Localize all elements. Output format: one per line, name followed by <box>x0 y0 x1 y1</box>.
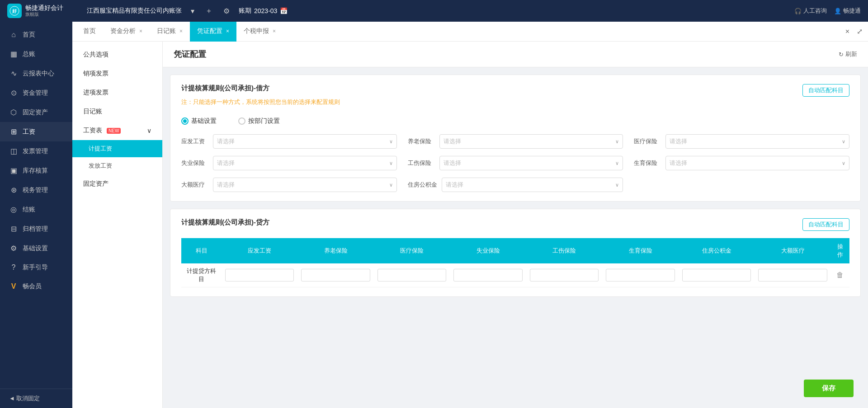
select-shengyu[interactable]: 请选择 ∨ <box>665 156 849 170</box>
input-gongshang[interactable] <box>530 269 599 281</box>
select-shiye[interactable]: 请选择 ∨ <box>213 156 397 170</box>
label-zhufang: 住房公积金 <box>408 181 437 189</box>
logo-area: 好 畅捷通好会计 旗舰版 <box>7 4 80 18</box>
ai-consult-btn[interactable]: 🎧 人工咨询 <box>794 7 827 15</box>
save-button[interactable]: 保存 <box>804 380 854 397</box>
cell-zhufang <box>679 263 755 287</box>
select-yanglao[interactable]: 请选择 ∨ <box>439 134 623 149</box>
sidebar-cancel-fix-btn[interactable]: ◄ 取消固定 <box>0 389 72 408</box>
vip-icon: V <box>9 282 18 291</box>
sidebar-item-tax[interactable]: ⊛ 税务管理 <box>0 180 72 200</box>
tab-home[interactable]: 首页 <box>76 22 103 42</box>
company-dropdown-btn[interactable]: ▾ <box>189 5 196 17</box>
sidebar-item-archive[interactable]: ⊟ 归档管理 <box>0 219 72 239</box>
sidebar-item-guide[interactable]: ? 新手引导 <box>0 258 72 277</box>
section-credit-title: 计提核算规则(公司承担)-贷方 <box>181 218 269 227</box>
sidebar-item-vip[interactable]: V 畅会员 <box>0 277 72 296</box>
archive-icon: ⊟ <box>9 225 18 233</box>
radio-by-dept[interactable]: 按部门设置 <box>238 117 280 125</box>
leftnav-salary-calc[interactable]: 计提工资 <box>72 140 162 157</box>
chevron-down-icon: ∨ <box>615 139 619 145</box>
row-delete-btn[interactable]: 🗑 <box>836 271 844 279</box>
sidebar-item-invoice[interactable]: ◫ 发票管理 <box>0 141 72 161</box>
tab-journal[interactable]: 日记账 × <box>150 22 190 42</box>
refresh-btn[interactable]: ↻ 刷新 <box>839 50 857 58</box>
leftnav-sales[interactable]: 销项发票 <box>72 64 162 83</box>
cell-daeliao <box>755 263 830 287</box>
add-tab-btn[interactable]: ＋ <box>203 5 214 18</box>
select-zhufang[interactable]: 请选择 ∨ <box>442 178 623 192</box>
sidebar-item-salary[interactable]: ⊞ 工资 <box>0 122 72 141</box>
chevron-down-icon: ∨ <box>615 160 619 166</box>
label-yiliao: 医疗保险 <box>634 137 661 145</box>
input-zhufang[interactable] <box>682 269 751 281</box>
select-yiliao[interactable]: 请选择 ∨ <box>665 134 849 149</box>
input-daeliao[interactable] <box>758 269 827 281</box>
sidebar-item-settings[interactable]: ⚙ 基础设置 <box>0 239 72 258</box>
sidebar-item-checkout[interactable]: ◎ 结账 <box>0 200 72 219</box>
svg-text:好: 好 <box>12 9 17 14</box>
leftnav-fixed-assets[interactable]: 固定资产 <box>72 174 162 193</box>
page-title: 凭证配置 <box>174 49 206 60</box>
input-yingfa[interactable] <box>225 269 294 281</box>
form-item-daeliao: 大额医疗 请选择 ∨ <box>181 178 397 192</box>
header-right: 🎧 人工咨询 👤 畅捷通 <box>794 7 861 15</box>
leftnav-purchase[interactable]: 进项发票 <box>72 83 162 102</box>
section-debit-title: 计提核算规则(公司承担)-借方 <box>181 84 340 93</box>
sidebar-item-finance[interactable]: ⊙ 资金管理 <box>0 83 72 103</box>
select-yingfa[interactable]: 请选择 ∨ <box>213 134 397 149</box>
tab-tax-close[interactable]: × <box>273 28 276 34</box>
fullscreen-btn[interactable]: ⤢ <box>855 25 864 38</box>
leftnav-salary-table[interactable]: 工资表 NEW ∨ <box>72 121 162 140</box>
input-yanglao[interactable] <box>301 269 370 281</box>
user-menu-btn[interactable]: 👤 畅捷通 <box>834 7 861 15</box>
salary-icon: ⊞ <box>9 127 18 136</box>
col-gongshang: 工伤保险 <box>526 238 602 263</box>
sidebar-item-home[interactable]: ⌂ 首页 <box>0 25 72 44</box>
input-yiliao[interactable] <box>377 269 446 281</box>
radio-basic-circle <box>181 117 189 125</box>
reports-icon: ∿ <box>9 69 18 78</box>
tab-tax[interactable]: 个税申报 × <box>236 22 283 42</box>
tab-bar: 首页 资金分析 × 日记账 × 凭证配置 × 个税申报 × × ⤢ <box>72 22 868 42</box>
auto-match-debit-btn[interactable]: 自动匹配科目 <box>802 84 849 97</box>
ledger-icon: ▦ <box>9 50 18 58</box>
chevron-down-icon: ∨ <box>842 139 845 145</box>
tab-voucher-close[interactable]: × <box>226 28 229 34</box>
page-header: 凭证配置 ↻ 刷新 <box>163 42 868 67</box>
logo-icon: 好 <box>7 4 22 18</box>
header-middle: 江西服宝精品有限责任公司内账张 ▾ ＋ ⚙ 账期 2023-03 📅 <box>80 5 794 18</box>
credit-table: 科目 应发工资 养老保险 医疗保险 失业保险 工伤保险 生育保险 住房公积金 大… <box>181 238 849 287</box>
close-all-tabs-btn[interactable]: × <box>844 26 851 38</box>
chevron-down-icon: ∨ <box>389 139 393 145</box>
tab-finance-close[interactable]: × <box>139 28 142 34</box>
save-btn-area: 保存 <box>804 380 854 397</box>
leftnav-journal[interactable]: 日记账 <box>72 102 162 121</box>
sidebar-item-ledger[interactable]: ▦ 总账 <box>0 44 72 64</box>
sidebar-item-inventory[interactable]: ▣ 库存核算 <box>0 161 72 180</box>
leftnav-salary-pay[interactable]: 发放工资 <box>72 157 162 174</box>
tab-journal-close[interactable]: × <box>179 28 183 34</box>
cell-action: 🗑 <box>831 263 849 287</box>
select-gongshang[interactable]: 请选择 ∨ <box>439 156 623 170</box>
row-label: 计提贷方科目 <box>181 263 222 287</box>
radio-basic[interactable]: 基础设置 <box>181 117 217 125</box>
sidebar: ⌂ 首页 ▦ 总账 ∿ 云报表中心 ⊙ 资金管理 ⬡ 固定资产 ⊞ 工资 ◫ 发… <box>0 22 72 408</box>
select-daeliao[interactable]: 请选择 ∨ <box>213 178 397 192</box>
sidebar-item-assets[interactable]: ⬡ 固定资产 <box>0 103 72 122</box>
tab-voucher-config[interactable]: 凭证配置 × <box>190 22 236 42</box>
invoice-icon: ◫ <box>9 147 18 155</box>
form-item-shengyu: 生育保险 请选择 ∨ <box>634 156 849 170</box>
settings-btn[interactable]: ⚙ <box>222 5 231 17</box>
form-grid-debit: 应发工资 请选择 ∨ 养老保险 请选择 ∨ <box>181 134 849 192</box>
leftnav-public[interactable]: 公共选项 <box>72 45 162 64</box>
company-name: 江西服宝精品有限责任公司内账张 <box>87 7 182 15</box>
guide-icon: ? <box>9 263 18 272</box>
auto-match-credit-btn[interactable]: 自动匹配科目 <box>802 218 849 231</box>
section-credit: 计提核算规则(公司承担)-贷方 自动匹配科目 科目 应发工资 养老保险 医疗保险… <box>170 209 861 297</box>
sidebar-item-reports[interactable]: ∿ 云报表中心 <box>0 64 72 83</box>
input-shengyu[interactable] <box>606 269 675 281</box>
tab-finance[interactable]: 资金分析 × <box>103 22 150 42</box>
settings-sidebar-icon: ⚙ <box>9 244 18 253</box>
input-shiye[interactable] <box>453 269 522 281</box>
